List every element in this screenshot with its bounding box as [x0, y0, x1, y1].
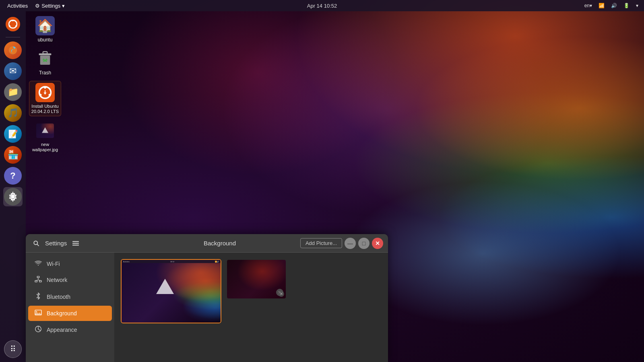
sidebar-wifi-label: Wi-Fi: [47, 261, 60, 267]
dock-show-apps-button[interactable]: ⠿: [3, 339, 23, 359]
system-menu-icon[interactable]: ▾: [634, 2, 640, 9]
add-picture-button[interactable]: Add Picture...: [300, 238, 342, 248]
mini-icons: 📶🔊: [215, 261, 219, 263]
dock-separator: [6, 37, 20, 37]
settings-topbar-label: Settings: [41, 3, 60, 9]
network-icon: [35, 276, 42, 284]
desktop-icon-wallpaper[interactable]: newwallpaper.jpg: [29, 119, 61, 154]
language-dropdown-icon: ▾: [590, 3, 592, 8]
trash-icon: [35, 49, 55, 68]
dock-item-libreoffice[interactable]: 📝: [3, 124, 23, 144]
trash-label: Trash: [39, 70, 51, 76]
svg-point-27: [36, 311, 37, 313]
desktop-icon-trash[interactable]: Trash: [29, 47, 61, 77]
svg-point-29: [38, 329, 39, 329]
wifi-icon-svg: [35, 260, 42, 266]
titlebar-left: Settings: [31, 238, 81, 249]
remove-wallpaper-button[interactable]: ✕: [276, 289, 283, 296]
search-icon: [33, 240, 39, 247]
settings-window: Settings Background Add Picture... — □ ✕: [26, 234, 388, 362]
topbar-left: Activities ⚙ Settings ▾: [4, 2, 67, 10]
dock-item-ubuntu-software[interactable]: 🏪: [3, 145, 23, 165]
mini-topbar: Activities 10:52 📶🔊: [122, 260, 221, 263]
ubuntu-logo-svg: [8, 20, 17, 29]
minimize-button[interactable]: —: [345, 238, 356, 249]
svg-line-15: [37, 244, 39, 246]
maximize-icon: □: [362, 240, 365, 247]
install-ubuntu-label: Install Ubuntu20.04.2.0 LTS: [31, 104, 59, 114]
desktop-icon-install-ubuntu[interactable]: Install Ubuntu20.04.2.0 LTS: [29, 81, 61, 116]
activities-button[interactable]: Activities: [4, 2, 31, 10]
dock: ✉ 📁 🎵 📝 🏪 ?: [0, 11, 26, 362]
sidebar-item-network[interactable]: Network: [28, 272, 112, 288]
ubuntu-home-icon: 🏠: [35, 16, 55, 35]
wallpaper-thumb-2[interactable]: ✕: [226, 259, 287, 299]
svg-point-13: [39, 94, 42, 96]
window-title: Settings: [45, 240, 67, 247]
firefox-icon-svg: [7, 45, 19, 56]
network-icon-svg: [35, 276, 42, 282]
bluetooth-icon-svg: [35, 292, 41, 300]
help-icon: ?: [4, 167, 22, 185]
wallpaper-preview-main: Activities 10:52 📶🔊: [122, 260, 221, 323]
thunderbird-icon: ✉: [4, 62, 22, 80]
language-label: en: [584, 3, 590, 8]
sidebar-item-background[interactable]: Background: [28, 306, 112, 321]
wifi-icon: [35, 260, 42, 267]
mini-time: 10:52: [170, 261, 174, 263]
sidebar-appearance-label: Appearance: [47, 327, 77, 333]
sidebar-item-bluetooth[interactable]: Bluetooth: [28, 288, 112, 305]
volume-icon[interactable]: 🔊: [609, 2, 619, 9]
topbar-datetime: Apr 14 10:52: [307, 3, 337, 9]
svg-rect-21: [35, 281, 37, 282]
sidebar-network-label: Network: [47, 277, 67, 283]
desktop-icon-ubuntu-home[interactable]: 🏠 ubuntu: [29, 14, 61, 44]
titlebar-right: Add Picture... — □ ✕: [300, 238, 383, 249]
settings-topbar-dropdown: ▾: [62, 3, 65, 9]
dock-item-rhythmbox[interactable]: 🎵: [3, 103, 23, 123]
maximize-button[interactable]: □: [358, 238, 369, 249]
svg-point-19: [38, 265, 39, 265]
svg-rect-18: [72, 245, 79, 245]
settings-menu-button[interactable]: ⚙ Settings ▾: [33, 2, 67, 10]
show-apps-icon: ⠿: [4, 340, 22, 358]
close-button[interactable]: ✕: [372, 238, 383, 249]
settings-sidebar: Wi-Fi Network: [26, 253, 114, 362]
battery-icon[interactable]: 🔋: [622, 2, 631, 9]
ubuntu-software-icon: 🏪: [4, 146, 22, 164]
dock-item-firefox[interactable]: [3, 41, 23, 60]
desktop-icons-container: 🏠 ubuntu Trash: [29, 14, 61, 154]
close-icon: ✕: [375, 240, 380, 247]
dock-item-files[interactable]: 📁: [3, 82, 23, 102]
hamburger-icon: [72, 241, 79, 246]
libreoffice-icon: 📝: [4, 125, 22, 143]
wifi-status-icon[interactable]: 📶: [597, 2, 606, 9]
svg-point-2: [15, 25, 17, 27]
background-icon-svg: [35, 310, 42, 315]
sidebar-item-wifi[interactable]: Wi-Fi: [28, 256, 112, 272]
wallpaper-thumb-current[interactable]: Activities 10:52 📶🔊: [121, 259, 221, 323]
background-icon: [35, 310, 42, 317]
dock-item-settings[interactable]: [3, 187, 23, 206]
settings-topbar-icon: ⚙: [35, 3, 40, 9]
svg-rect-8: [43, 52, 47, 54]
wallpaper-file-icon: [35, 121, 55, 140]
window-titlebar: Settings Background Add Picture... — □ ✕: [26, 234, 388, 253]
svg-rect-17: [72, 243, 79, 243]
language-button[interactable]: en ▾: [583, 2, 594, 9]
dock-item-help[interactable]: ?: [3, 166, 23, 185]
minimize-icon: —: [347, 240, 353, 247]
topbar: Activities ⚙ Settings ▾ Apr 14 10:52 en …: [0, 0, 644, 11]
window-page-title: Background: [204, 240, 236, 247]
install-ubuntu-icon: [35, 83, 55, 102]
svg-point-1: [12, 20, 14, 21]
search-button[interactable]: [31, 238, 42, 249]
sidebar-background-label: Background: [47, 310, 77, 317]
ubuntu-logo: [6, 17, 20, 31]
dock-item-thunderbird[interactable]: ✉: [3, 62, 23, 81]
window-menu-button[interactable]: [70, 238, 81, 249]
sidebar-item-appearance[interactable]: Appearance: [28, 321, 112, 338]
mini-activities: Activities: [123, 261, 130, 263]
dock-item-ubuntu[interactable]: [3, 14, 23, 34]
svg-point-11: [44, 86, 46, 88]
